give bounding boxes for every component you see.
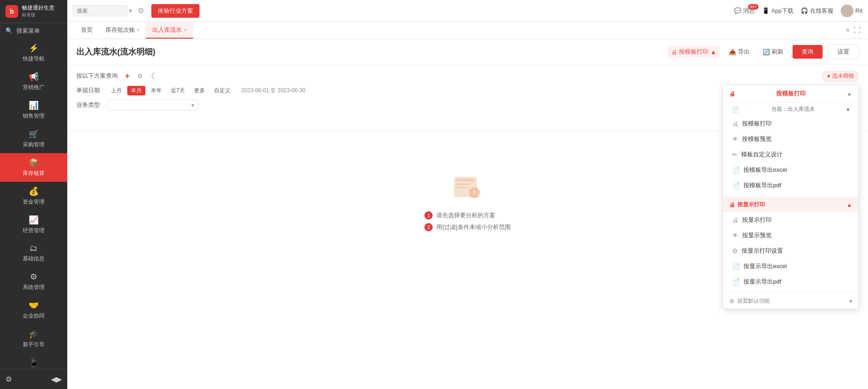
dropdown-item-display-excel[interactable]: 📄 按显示导出excel [723,259,858,274]
current-icon: 📄 [732,106,739,113]
dropdown-item-display-pdf[interactable]: 📄 按显示导出pdf [723,274,858,289]
tab-home[interactable]: 首页 [75,22,99,39]
marketing-icon: 📢 [29,72,39,82]
sidebar-item-purchase[interactable]: 🛒 采购管理 [0,125,67,153]
filter-collapse-icon[interactable]: 《 [147,70,155,81]
sales-icon: 📊 [29,100,39,110]
date-tab-this-year[interactable]: 本年 [147,86,165,95]
sidebar-item-basic[interactable]: 🗂 基础信息 [0,239,67,267]
topbar-chevron-icon[interactable]: ▾ [129,7,132,14]
display-pdf-label: 按显示导出pdf [743,278,781,286]
online-support-btn[interactable]: 🎧 在线客服 [801,7,833,15]
logo-badge: 标准版 [22,12,55,18]
sidebar-item-label: 资金管理 [23,198,45,206]
export-btn[interactable]: 📤 导出 [725,46,753,58]
dropdown-item-template-pdf[interactable]: 📄 按模板导出pdf [723,178,858,193]
topbar: ▾ ⚙ 体验行业方案 💬 消息 99+ 📱 App下载 🎧 在线客服 Rit [67,0,868,22]
preview-icon: 👁 [732,135,738,143]
topbar-search-input[interactable] [73,5,127,16]
purchase-icon: 🛒 [29,129,39,139]
dropdown-item-template-print[interactable]: 🖨 按模板打印 [723,116,858,131]
message-icon: 💬 [734,7,741,14]
sidebar-item-system[interactable]: ⚙ 系统管理 [0,267,67,296]
dropdown-item-template-preview[interactable]: 👁 按模板预览 [723,131,858,147]
sidebar-item-newbie[interactable]: 🎓 新手引导 [0,324,67,353]
pdf-icon: 📄 [732,182,740,189]
date-tab-7days[interactable]: 近7天 [167,86,189,95]
print-dropdown-panel: 🖨 按模板打印 ▲ 📄 当前：出入库流水 ▾ 🖨 按模板打印 👁 按模板预览 ✏… [723,85,859,309]
biz-type-select-wrap [107,100,198,110]
industry-btn[interactable]: 体验行业方案 [151,4,200,18]
collapse-icon[interactable]: ◀▶ [51,375,62,384]
sidebar-search-label: 搜索菜单 [16,27,40,35]
page-title: 出入库流水(流水明细) [76,46,155,57]
tab-flow-close[interactable]: × [184,27,186,33]
sidebar-item-enterprise[interactable]: 🤝 企业协同 [0,296,67,324]
user-avatar-btn[interactable]: Rit [841,5,863,17]
print-template-btn[interactable]: 🖨 按模板打印 ▲ [668,46,720,58]
settings-icon[interactable]: ⚙ [5,375,12,384]
tab-batch[interactable]: 库存批次账 × [99,22,146,39]
refresh-btn[interactable]: 🔄 刷新 [759,46,787,58]
sidebar-nav: ⚡ 快捷导航 📢 营销推广 📊 销售管理 🛒 采购管理 📦 库存核算 💰 资金管… [0,39,67,369]
template-pdf-label: 按模板导出pdf [743,181,781,190]
dropdown-item-display-preview[interactable]: 👁 按显示预览 [723,228,858,243]
dropdown-chevron-up[interactable]: ▲ [847,90,852,97]
date-tab-more[interactable]: 更多 [190,86,209,95]
sidebar-item-sales[interactable]: 📊 销售管理 [0,96,67,125]
inventory-icon: 📦 [29,158,39,168]
tab-batch-close[interactable]: × [137,27,140,33]
default-section: ⚙ 设置默认功能 ▾ [723,294,858,309]
display-section-label: 按显示打印 [738,201,765,209]
operations-icon: 📈 [29,215,39,225]
app-download-label: App下载 [771,7,793,15]
date-tab-custom[interactable]: 自定义 [210,86,234,95]
sidebar-item-label: 新手引导 [23,341,45,349]
sidebar-item-marketing[interactable]: 📢 营销推广 [0,67,67,96]
search-btn[interactable]: 查询 [793,45,823,59]
flow-detail-tag[interactable]: ● 流水明细 [822,71,859,81]
settings-filter-icon[interactable]: ⚙ [137,72,143,80]
online-support-icon: 🎧 [801,7,808,14]
sidebar-item-appcenter[interactable]: 📱 应用中心 [0,353,67,369]
sidebar-item-inventory[interactable]: 📦 库存核算 [0,153,67,182]
template-preview-label: 按模板预览 [742,135,772,143]
dropdown-item-display-settings[interactable]: ⚙ 按显示打印设置 [723,243,858,259]
sidebar-item-finance[interactable]: 💰 资金管理 [0,182,67,210]
date-range: 2023-06-01 至 2023-06-30 [241,87,305,95]
window-expand-btn[interactable]: ⛶ [853,26,861,35]
enterprise-icon: 🤝 [29,300,39,310]
empty-icon: ! [449,168,486,204]
tab-flow[interactable]: 出入库流水 × [146,22,193,39]
dropdown-item-template-design[interactable]: ✏ 模板自定义设计 [723,147,858,162]
printer-icon-header: 🖨 [729,90,735,97]
date-tab-this-month[interactable]: 本月 [127,86,145,95]
set-btn[interactable]: 设置 [828,45,859,59]
sidebar-item-quick-nav[interactable]: ⚡ 快捷导航 [0,39,67,67]
current-label: 📄 当前：出入库流水 ▾ [723,103,858,116]
empty-steps: 1 请先选择要分析的方案 2 用[过滤]条件来缩小分析范围 [424,211,510,235]
app-download-btn[interactable]: 📱 App下载 [762,7,793,15]
dropdown-item-display-print[interactable]: 🖨 按显示打印 [723,212,858,228]
biz-type-select[interactable] [107,100,198,110]
design-icon: ✏ [732,151,738,158]
default-icon: ⚙ [729,298,734,304]
date-tab-last-month[interactable]: 上月 [107,86,125,95]
add-filter-btn[interactable]: + [125,71,130,81]
sidebar-item-label: 企业协同 [23,312,45,320]
message-btn[interactable]: 💬 消息 99+ [734,7,755,15]
sidebar-item-operations[interactable]: 📈 经营管理 [0,210,67,239]
app-download-icon: 📱 [762,7,769,14]
window-close-btn[interactable]: × [846,26,850,35]
sidebar-item-label: 快捷导航 [23,55,45,63]
step-1-text: 请先选择要分析的方案 [436,211,495,219]
refresh-icon: 🔄 [763,49,770,55]
sidebar-search[interactable]: 🔍 搜索菜单 [0,23,67,39]
printer-icon: 🖨 [671,49,677,55]
empty-step-2: 2 用[过滤]条件来缩小分析范围 [424,223,510,231]
topbar-gear-icon[interactable]: ⚙ [138,6,144,15]
dropdown-item-template-excel[interactable]: 📄 按模板导出excel [723,162,858,178]
date-label: 单据日期 [76,86,100,95]
topbar-right: 💬 消息 99+ 📱 App下载 🎧 在线客服 Rit [734,5,863,17]
display-excel-icon: 📄 [732,263,740,270]
